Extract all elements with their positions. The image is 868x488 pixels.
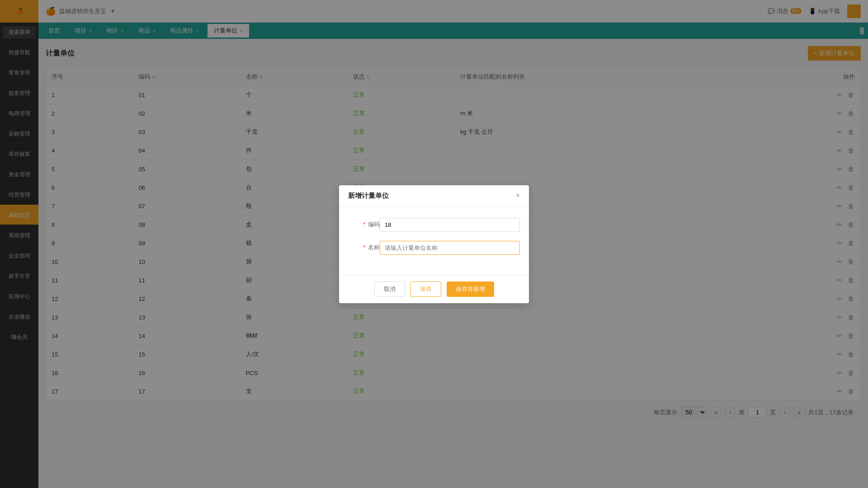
required-mark: *	[363, 221, 365, 228]
code-input[interactable]	[380, 218, 520, 232]
modal-body: * 编码 * 名称	[339, 207, 529, 275]
modal-header: 新增计量单位 ×	[339, 185, 529, 207]
cancel-button[interactable]: 取消	[374, 282, 405, 297]
save-button[interactable]: 保存	[410, 282, 441, 297]
modal-close-button[interactable]: ×	[516, 192, 520, 200]
code-field-row: * 编码	[348, 218, 520, 232]
name-label: * 名称	[348, 244, 380, 252]
name-field-row: * 名称	[348, 241, 520, 255]
modal-overlay[interactable]: 新增计量单位 × * 编码 * 名称 取消 保存 保存并新增	[0, 0, 868, 488]
modal-title: 新增计量单位	[348, 192, 389, 200]
name-input[interactable]	[380, 241, 520, 255]
save-and-new-button[interactable]: 保存并新增	[447, 282, 494, 297]
required-mark2: *	[363, 244, 365, 251]
add-unit-modal: 新增计量单位 × * 编码 * 名称 取消 保存 保存并新增	[339, 185, 529, 303]
code-label: * 编码	[348, 221, 380, 229]
modal-footer: 取消 保存 保存并新增	[339, 275, 529, 303]
